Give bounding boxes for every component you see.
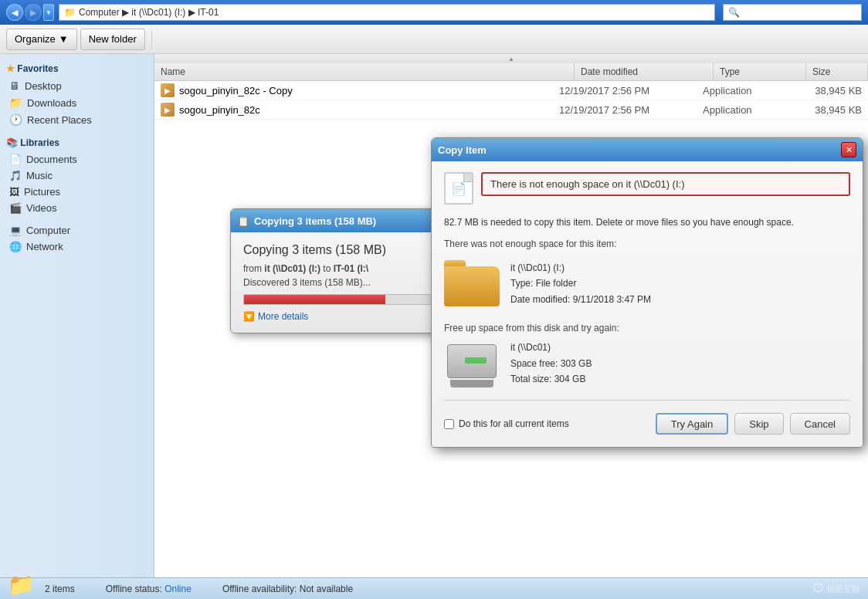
back-button[interactable]: ◀ — [6, 4, 23, 21]
dialog-separator — [444, 400, 850, 401]
table-row[interactable]: ▶ sogou_pinyin_82c 12/19/2017 2:56 PM Ap… — [154, 100, 868, 120]
close-button[interactable]: ✕ — [841, 142, 856, 157]
sidebar-item-downloads[interactable]: 📁 Downloads — [0, 94, 154, 111]
more-details-button[interactable]: 🔽 More details — [243, 311, 433, 322]
sidebar-item-network[interactable]: 🌐 Network — [0, 239, 154, 255]
copy-to-path: IT-01 (I:\ — [334, 263, 368, 274]
drive-body — [447, 344, 497, 378]
downloads-icon: 📁 — [9, 96, 22, 109]
drive-item-row: it (\\Dc01) Space free: 303 GB Total siz… — [444, 340, 850, 389]
offline-status: Offline status: Online — [106, 584, 192, 594]
file-icon: ▶ — [161, 83, 175, 97]
folder-item-row: it (\\Dc01) (I:) Type: File folder Date … — [444, 257, 850, 310]
error-message-box: There is not enough space on it (\\Dc01)… — [481, 172, 850, 196]
music-icon: 🎵 — [9, 170, 22, 181]
skip-button[interactable]: Skip — [734, 413, 783, 435]
file-list-header: Name Date modified Type Size — [154, 63, 868, 81]
recent-button[interactable]: ▼ — [43, 4, 54, 21]
sidebar-item-label: Pictures — [24, 186, 60, 198]
sidebar-item-label: Desktop — [25, 80, 62, 92]
sidebar-item-pictures[interactable]: 🖼 Pictures — [0, 184, 154, 200]
copy-dialog-titlebar: 📋 Copying 3 items (158 MB) — [231, 209, 446, 232]
organize-label: Organize — [15, 33, 56, 45]
doc-glyph: 📄 — [451, 181, 466, 196]
status-folder-icon: 📁 — [8, 572, 35, 597]
sidebar-item-music[interactable]: 🎵 Music — [0, 168, 154, 184]
col-size[interactable]: Size — [806, 63, 868, 80]
sidebar-network-label: Network — [26, 241, 63, 252]
sidebar-item-videos[interactable]: 🎬 Videos — [0, 200, 154, 216]
nav-buttons: ◀ ▶ ▼ — [6, 4, 54, 21]
folder-body — [444, 266, 500, 306]
dialog-footer: Do this for all current items Try Again … — [444, 408, 850, 436]
forward-button[interactable]: ▶ — [25, 4, 42, 21]
file-date: 12/19/2017 2:56 PM — [559, 104, 698, 116]
folder-big-icon — [444, 260, 500, 306]
sidebar-item-documents[interactable]: 📄 Documents — [0, 151, 154, 168]
file-name: sogou_pinyin_82c — [179, 104, 554, 116]
file-size: 38,945 KB — [800, 104, 862, 116]
file-type: Application — [703, 85, 795, 96]
progress-bar-fill — [244, 295, 385, 304]
error-dialog-title: Copy Item — [438, 144, 487, 156]
drive-name: it (\\Dc01) — [510, 340, 592, 355]
new-folder-label: New folder — [89, 33, 137, 45]
free-section: Free up space from this disk and try aga… — [444, 323, 850, 333]
drive-icon — [444, 340, 500, 389]
col-name[interactable]: Name — [154, 63, 575, 80]
file-date: 12/19/2017 2:56 PM — [559, 85, 698, 96]
table-row[interactable]: ▶ sogou_pinyin_82c - Copy 12/19/2017 2:5… — [154, 81, 868, 100]
organize-button[interactable]: Organize ▼ — [6, 29, 77, 50]
search-icon: 🔍 — [728, 7, 740, 18]
col-type[interactable]: Type — [714, 63, 806, 80]
chevron-down-icon: 🔽 — [243, 311, 255, 322]
sidebar-item-label: Videos — [26, 202, 57, 214]
error-message-text: There is not enough space on it (\\Dc01)… — [490, 178, 684, 190]
watermark-text: 创新互联 — [826, 584, 860, 594]
file-size: 38,945 KB — [800, 85, 862, 96]
sidebar-item-label: Documents — [26, 154, 77, 165]
drive-green-label — [465, 357, 487, 364]
error-dialog-titlebar: Copy Item ✕ — [432, 138, 863, 161]
do-all-checkbox-row: Do this for all current items — [444, 418, 569, 429]
do-all-checkbox[interactable] — [444, 419, 454, 429]
folder-info: it (\\Dc01) (I:) Type: File folder Date … — [510, 260, 651, 307]
offline-availability-label: Offline availability: — [222, 584, 297, 594]
sidebar-item-desktop[interactable]: 🖥 Desktop — [0, 77, 154, 94]
favorites-label: Favorites — [17, 63, 58, 74]
libraries-label: Libraries — [20, 137, 59, 148]
try-again-button[interactable]: Try Again — [656, 413, 728, 435]
drive-base — [450, 380, 493, 387]
sidebar-item-label: Music — [26, 170, 53, 181]
error-dialog: Copy Item ✕ 📄 There is not enough space … — [431, 137, 863, 448]
copy-from-path: it (\\Dc01) (I:) — [264, 263, 320, 274]
address-bar[interactable]: 📁 Computer ▶ it (\\Dc01) (I:) ▶ IT-01 — [59, 4, 715, 21]
app-icon: ▶ — [164, 86, 171, 95]
cancel-button[interactable]: Cancel — [790, 413, 850, 435]
sidebar-item-computer[interactable]: 💻 Computer — [0, 222, 154, 239]
address-text: Computer ▶ it (\\Dc01) (I:) ▶ IT-01 — [79, 7, 219, 18]
star-icon: ★ — [6, 63, 15, 74]
status-bar: 📁 2 items Offline status: Online Offline… — [0, 577, 868, 599]
libraries-section: 📚 Libraries 📄 Documents 🎵 Music 🖼 Pictur… — [0, 134, 154, 216]
favorites-header[interactable]: ★ Favorites — [0, 60, 154, 77]
network-icon: 🌐 — [9, 241, 22, 252]
error-detail: 82.7 MB is needed to copy this item. Del… — [444, 215, 850, 229]
sidebar-item-label: Downloads — [27, 97, 76, 109]
folder-date: Date modified: 9/11/2018 3:47 PM — [510, 292, 651, 307]
do-all-label: Do this for all current items — [459, 418, 569, 429]
watermark: ⊙ 创新互联 — [812, 579, 860, 596]
offline-status-value: Online — [164, 584, 192, 594]
offline-availability: Offline availability: Not available — [222, 584, 353, 594]
pictures-icon: 🖼 — [9, 186, 19, 198]
libraries-header[interactable]: 📚 Libraries — [0, 134, 154, 151]
drive-info: it (\\Dc01) Space free: 303 GB Total siz… — [510, 340, 592, 387]
copy-dialog-title-text: Copying 3 items (158 MB) — [254, 215, 376, 227]
drive-free: Space free: 303 GB — [510, 356, 592, 371]
copy-discovered: Discovered 3 items (158 MB)... — [243, 277, 433, 288]
col-date[interactable]: Date modified — [575, 63, 714, 80]
sidebar-item-recent[interactable]: 🕐 Recent Places — [0, 111, 154, 128]
file-name: sogou_pinyin_82c - Copy — [179, 85, 554, 96]
folder-icon: 📁 — [64, 7, 76, 18]
new-folder-button[interactable]: New folder — [80, 29, 145, 50]
